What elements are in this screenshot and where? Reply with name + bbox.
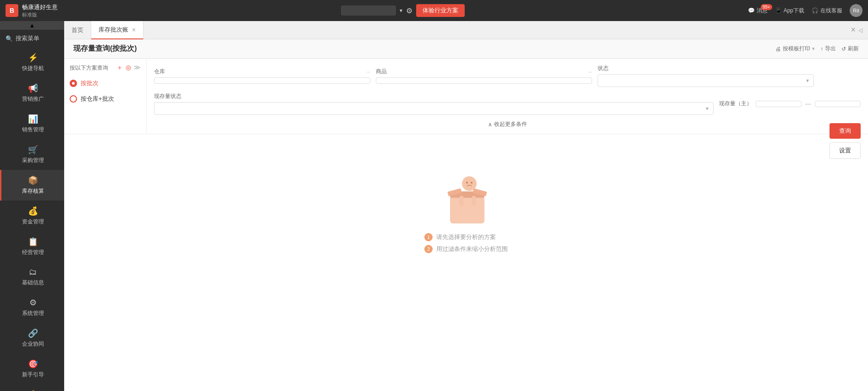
export-button[interactable]: ↑ 导出: [820, 45, 836, 53]
sidebar-label-10: 新手引导: [22, 371, 44, 379]
scheme-header-label: 按以下方案查询: [70, 64, 108, 72]
sidebar-item-基础信息[interactable]: 🗂 基础信息: [0, 262, 64, 292]
sidebar-label-9: 企业协同: [22, 340, 44, 348]
print-button[interactable]: 🖨 按模板打印 ▾: [775, 45, 815, 53]
logo-text: B: [10, 7, 14, 14]
money-icon: 💰: [28, 206, 38, 216]
search-input[interactable]: [341, 5, 396, 16]
print-dropdown-icon: ▾: [812, 46, 815, 52]
dropdown-chevron-icon[interactable]: ▾: [400, 7, 402, 14]
scheme-settings-icon[interactable]: ◎: [126, 64, 131, 72]
refresh-button[interactable]: ↺ 刷新: [841, 45, 859, 53]
empty-state: 1 请先选择要分析的方案 2 用过滤条件来缩小分析范围: [64, 134, 868, 290]
action-buttons: 查询 设置: [830, 123, 861, 159]
edition-label: 标准版: [22, 11, 58, 18]
message-icon-item[interactable]: 💬 消息 99+: [748, 7, 768, 15]
inventory-status-label: 现存量状态: [154, 92, 181, 100]
scheme-label-0: 按批次: [81, 79, 99, 87]
sidebar-item-应用中心[interactable]: 🔔 应用中心: [0, 384, 64, 391]
scheme-radio-1: [70, 95, 77, 103]
sidebar-label-2: 销售管理: [22, 126, 44, 134]
message-badge: 99+: [761, 4, 772, 10]
scheme-header: 按以下方案查询 ＋ ◎ ≫: [64, 64, 146, 76]
sidebar-item-快捷导航[interactable]: ⚡ 快捷导航: [0, 47, 64, 78]
sidebar-scroll-up[interactable]: ▲: [0, 21, 64, 30]
query-button[interactable]: 查询: [830, 123, 861, 139]
scheme-add-icon[interactable]: ＋: [116, 64, 123, 72]
empty-tip-2: 2 用过滤条件来缩小分析范围: [424, 245, 508, 253]
folder-icon: 🗂: [29, 267, 37, 277]
status-input[interactable]: ▾: [598, 74, 814, 87]
refresh-icon: ↺: [841, 46, 846, 52]
sidebar-item-企业协同[interactable]: 🔗 企业协同: [0, 323, 64, 353]
brand-name: 畅康通好生意: [22, 3, 58, 11]
svg-point-5: [466, 182, 468, 184]
filter-row-2: 现存量状态 ▾ 现存量（主） —: [154, 92, 861, 115]
gear-icon[interactable]: ⚙: [406, 6, 412, 15]
scheme-header-actions: ＋ ◎ ≫: [116, 64, 141, 72]
warehouse-more-btn[interactable]: ···: [366, 69, 370, 75]
svg-point-6: [471, 182, 472, 184]
scheme-item-1[interactable]: 按仓库+批次: [64, 91, 146, 107]
tip-num-1: 1: [424, 233, 433, 241]
product-input[interactable]: [376, 77, 592, 84]
tab-home[interactable]: 首页: [64, 21, 91, 39]
sidebar-label-7: 基础信息: [22, 279, 44, 287]
main-layout: ▲ 🔍 搜索菜单 ⚡ 快捷导航 📢 营销推广 📊 销售管理 🛒 采购管理 📦 库…: [0, 21, 868, 391]
scheme-collapse-icon[interactable]: ≫: [134, 64, 141, 72]
sidebar-item-系统管理[interactable]: ⚙ 系统管理: [0, 292, 64, 323]
sidebar-item-经营管理[interactable]: 📋 经营管理: [0, 231, 64, 262]
panel-close-icon[interactable]: ×: [851, 25, 856, 35]
panel-expand-icon[interactable]: ◁: [858, 27, 863, 33]
chart-icon: 📊: [28, 114, 38, 124]
tab-close-icon[interactable]: ×: [132, 26, 136, 33]
scheme-item-0[interactable]: 按批次: [64, 76, 146, 91]
warehouse-input[interactable]: [154, 77, 370, 84]
tab-bar-right: × ◁: [143, 25, 868, 35]
product-label: 商品: [376, 68, 387, 76]
collapse-button[interactable]: ∧ 收起更多条件: [154, 120, 861, 128]
sidebar-item-采购管理[interactable]: 🛒 采购管理: [0, 139, 64, 170]
user-avatar-item[interactable]: Rit: [850, 4, 863, 17]
sidebar-item-新手引导[interactable]: 🎯 新手引导: [0, 353, 64, 384]
experience-button[interactable]: 体验行业方案: [416, 4, 465, 17]
page-header-actions: 🖨 按模板打印 ▾ ↑ 导出 ↺ 刷新: [775, 45, 859, 53]
topbar-right: 💬 消息 99+ 📱 App下载 🎧 在线客服 Rit: [748, 4, 863, 17]
tab-inventory[interactable]: 库存批次账 ×: [91, 21, 143, 39]
inventory-status-input[interactable]: ▾: [154, 102, 714, 115]
warehouse-label: 仓库: [154, 68, 165, 76]
warehouse-label-row: 仓库 ···: [154, 68, 370, 76]
settings-button[interactable]: 设置: [830, 142, 861, 159]
app-label: App下载: [784, 7, 804, 15]
topbar-brand-wrapper: 畅康通好生意 标准版: [22, 3, 58, 18]
settings-icon: ⚙: [29, 298, 37, 308]
sidebar-label-1: 营销推广: [22, 95, 44, 103]
filter-row-1: 仓库 ··· 商品 ···: [154, 65, 861, 87]
topbar-left: B 畅康通好生意 标准版: [5, 3, 58, 18]
sidebar-item-营销推广[interactable]: 📢 营销推广: [0, 78, 64, 109]
flash-icon: ⚡: [28, 53, 38, 63]
inventory-qty-to[interactable]: [815, 101, 861, 107]
topbar: B 畅康通好生意 标准版 ▾ ⚙ 体验行业方案 💬 消息 99+ 📱 App下载…: [0, 0, 868, 21]
cart-icon: 🛒: [28, 145, 38, 155]
product-more-btn[interactable]: ···: [588, 69, 592, 75]
inventory-status-chevron-icon: ▾: [706, 105, 709, 112]
empty-tip-1: 1 请先选择要分析的方案: [424, 233, 508, 241]
service-label: 在线客服: [820, 7, 842, 15]
message-icon: 💬: [748, 7, 755, 14]
tip-num-2: 2: [424, 245, 433, 253]
app-download-item[interactable]: 📱 App下载: [775, 7, 804, 15]
svg-rect-7: [459, 196, 464, 206]
search-icon: 🔍: [5, 35, 13, 42]
svg-rect-0: [450, 196, 484, 223]
inventory-qty-from[interactable]: [756, 101, 802, 107]
sidebar-item-库存核算[interactable]: 📦 库存核算: [0, 170, 64, 201]
qty-dash: —: [805, 100, 811, 107]
sidebar-item-资金管理[interactable]: 💰 资金管理: [0, 201, 64, 231]
sidebar-item-销售管理[interactable]: 📊 销售管理: [0, 109, 64, 139]
sidebar-label-5: 资金管理: [22, 218, 44, 226]
sidebar-search-item[interactable]: 🔍 搜索菜单: [0, 30, 64, 47]
target-icon: 🎯: [28, 359, 38, 369]
service-item[interactable]: 🎧 在线客服: [812, 7, 842, 15]
filter-right: 仓库 ··· 商品 ···: [147, 59, 868, 134]
